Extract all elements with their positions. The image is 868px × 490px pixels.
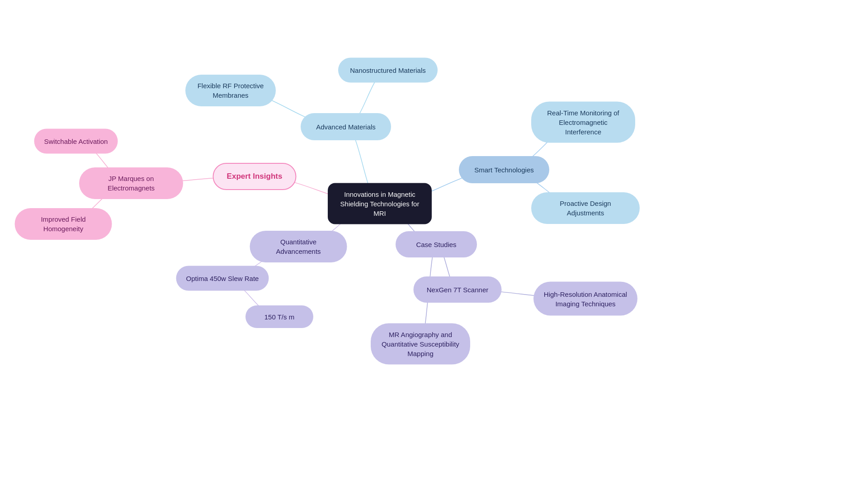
quantitative-label: Quantitative Advancements <box>260 237 337 256</box>
nexgen-label: NexGen 7T Scanner <box>427 285 488 295</box>
switchable-label: Switchable Activation <box>44 137 108 146</box>
t150-node[interactable]: 150 T/s m <box>245 305 313 328</box>
highres-node[interactable]: High-Resolution Anatomical Imaging Techn… <box>533 282 637 316</box>
advanced-materials-node[interactable]: Advanced Materials <box>301 113 391 140</box>
case-studies-node[interactable]: Case Studies <box>396 231 477 257</box>
t150-label: 150 T/s m <box>264 312 294 322</box>
central-node-label: Innovations in Magnetic Shielding Techno… <box>338 190 422 218</box>
improved-field-label: Improved Field Homogeneity <box>25 214 102 233</box>
central-node[interactable]: Innovations in Magnetic Shielding Techno… <box>328 183 432 224</box>
improved-field-node[interactable]: Improved Field Homogeneity <box>15 208 112 240</box>
nexgen-node[interactable]: NexGen 7T Scanner <box>414 276 502 303</box>
realtime-node[interactable]: Real-Time Monitoring of Electromagnetic … <box>531 102 635 143</box>
jp-marques-node[interactable]: JP Marques on Electromagnets <box>79 167 183 199</box>
smart-tech-node[interactable]: Smart Technologies <box>459 156 549 183</box>
expert-insights-node[interactable]: Expert Insights <box>213 163 297 190</box>
flexible-rf-label: Flexible RF Protective Membranes <box>195 81 266 100</box>
nanostructured-node[interactable]: Nanostructured Materials <box>338 58 438 83</box>
advanced-materials-label: Advanced Materials <box>316 122 376 132</box>
nanostructured-label: Nanostructured Materials <box>350 66 426 75</box>
expert-insights-label: Expert Insights <box>227 171 283 182</box>
realtime-label: Real-Time Monitoring of Electromagnetic … <box>541 108 625 137</box>
switchable-node[interactable]: Switchable Activation <box>34 129 118 154</box>
highres-label: High-Resolution Anatomical Imaging Techn… <box>543 289 627 308</box>
proactive-label: Proactive Design Adjustments <box>541 199 630 218</box>
mindmap-container: Innovations in Magnetic Shielding Techno… <box>0 0 868 490</box>
flexible-rf-node[interactable]: Flexible RF Protective Membranes <box>185 75 276 106</box>
proactive-node[interactable]: Proactive Design Adjustments <box>531 192 640 224</box>
quantitative-node[interactable]: Quantitative Advancements <box>250 231 347 262</box>
mr-angio-label: MR Angiography and Quantitative Suscepti… <box>381 330 460 358</box>
jp-marques-label: JP Marques on Electromagnets <box>89 174 173 193</box>
optima-node[interactable]: Optima 450w Slew Rate <box>176 266 269 291</box>
mr-angio-node[interactable]: MR Angiography and Quantitative Suscepti… <box>371 323 470 365</box>
case-studies-label: Case Studies <box>416 240 456 249</box>
smart-tech-label: Smart Technologies <box>474 165 533 175</box>
optima-label: Optima 450w Slew Rate <box>186 274 259 283</box>
